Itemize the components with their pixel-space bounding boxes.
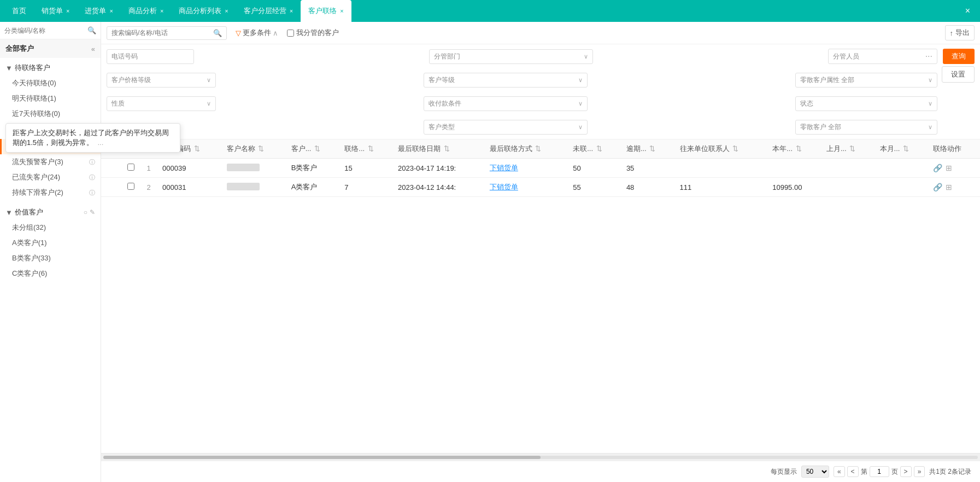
sidebar-item-type-b[interactable]: B类客户(33) xyxy=(0,251,101,266)
nav-customer-layer[interactable]: 客户分层经营 × xyxy=(236,0,301,22)
sidebar-item-ungroup[interactable]: 未分组(32) xyxy=(0,220,101,235)
row1-last-method-link[interactable]: 下销货单 xyxy=(490,164,518,172)
col-overdue[interactable]: 逾期... ⇅ xyxy=(621,140,674,159)
horizontal-scrollbar[interactable] xyxy=(101,453,980,461)
row2-last-method-link[interactable]: 下销货单 xyxy=(490,183,518,191)
sidebar-item-type-a[interactable]: A类客户(1) xyxy=(0,235,101,251)
col-last-method[interactable]: 最后联络方式 ⇅ xyxy=(484,140,567,159)
filter-scatter[interactable]: 零散客户 全部 ∨ xyxy=(795,120,937,135)
nav-sales-close[interactable]: × xyxy=(66,0,69,22)
col-name[interactable]: 客户名称 ⇅ xyxy=(221,140,286,159)
nav-customer-layer-close[interactable]: × xyxy=(290,0,293,22)
col-last-date[interactable]: 最后联络日期 ⇅ xyxy=(392,140,484,159)
row1-check[interactable] xyxy=(121,159,140,178)
sidebar-item-week7[interactable]: 近7天待联络(0) xyxy=(0,106,101,121)
filter-cust-type[interactable]: 客户类型 ∨ xyxy=(424,120,588,135)
nav-customer-contact-close[interactable]: × xyxy=(340,0,343,22)
prev-page-button[interactable]: < xyxy=(847,466,859,477)
page-prefix-label: 第 xyxy=(861,467,867,477)
filter-status[interactable]: 状态 ∨ xyxy=(795,96,937,111)
sidebar-collapse-button[interactable]: « xyxy=(91,45,95,53)
my-customers-checkbox[interactable] xyxy=(287,30,294,37)
col-contact-person[interactable]: 往来单位联系人 ⇅ xyxy=(674,140,767,159)
sidebar-item-today[interactable]: 今天待联络(0) xyxy=(0,76,101,91)
row2-checkbox[interactable] xyxy=(127,183,134,190)
first-page-button[interactable]: « xyxy=(834,466,845,477)
value-edit-icon[interactable]: ○ xyxy=(84,208,87,216)
sidebar-item-loss-warning[interactable]: 流失预警客户(3) ⓘ xyxy=(0,154,101,170)
filter-phone[interactable]: 电话号码 xyxy=(107,49,194,64)
filter-dept[interactable]: 分管部门 ∨ xyxy=(429,49,593,64)
more-filter-button[interactable]: ▽ 更多条件 ∧ xyxy=(231,26,283,40)
filter-scatter-attr[interactable]: 零散客户属性 全部 ∨ xyxy=(795,73,937,88)
person-dots-icon[interactable]: ··· xyxy=(925,51,932,61)
col-this-year[interactable]: 本年... ⇅ xyxy=(767,140,821,159)
row1-grid-icon[interactable]: ⊞ xyxy=(946,164,952,172)
sidebar-search-icon[interactable]: 🔍 xyxy=(87,26,96,34)
sidebar-item-decline[interactable]: 持续下滑客户(2) ⓘ xyxy=(0,185,101,200)
filter-payment[interactable]: 收付款条件 ∨ xyxy=(424,96,588,111)
row1-checkbox[interactable] xyxy=(127,164,134,171)
next-page-button[interactable]: > xyxy=(900,466,912,477)
page-number-input[interactable] xyxy=(870,466,889,477)
nav-customer-contact[interactable]: 客户联络 × xyxy=(301,0,351,22)
sort-code-icon[interactable]: ⇅ xyxy=(194,144,200,153)
col-no-contact[interactable]: 未联... ⇅ xyxy=(567,140,621,159)
col-this-month[interactable]: 本月... ⇅ xyxy=(875,140,928,159)
sort-nocontact-icon[interactable]: ⇅ xyxy=(596,144,602,153)
nav-home[interactable]: 首页 xyxy=(4,0,34,22)
sidebar-pending-group[interactable]: ▼ 待联络客户 xyxy=(0,60,101,76)
sort-custtype-icon[interactable]: ⇅ xyxy=(314,144,320,153)
value-settings-icon[interactable]: ✎ xyxy=(90,208,95,216)
nav-goods-analysis-close[interactable]: × xyxy=(160,0,163,22)
row1-link-icon[interactable]: 🔗 xyxy=(933,164,942,172)
filter-price-level[interactable]: 客户价格等级 ∨ xyxy=(107,73,216,88)
sidebar-item-tomorrow[interactable]: 明天待联络(1) xyxy=(0,91,101,106)
search-input[interactable] xyxy=(112,29,211,37)
sidebar-value-group[interactable]: ▼ 价值客户 ○ ✎ xyxy=(0,205,101,220)
row2-link-icon[interactable]: 🔗 xyxy=(933,183,942,191)
nav-purchase[interactable]: 进货单 × xyxy=(77,0,120,22)
nav-sales[interactable]: 销货单 × xyxy=(34,0,77,22)
filter-person[interactable]: 分管人员 ··· xyxy=(828,49,937,64)
sort-contact-icon[interactable]: ⇅ xyxy=(368,144,374,153)
row2-last-method[interactable]: 下销货单 xyxy=(484,178,567,197)
filter-row-2: 客户价格等级 ∨ 客户等级 ∨ 零散客户属性 全部 ∨ xyxy=(107,73,937,88)
last-page-button[interactable]: » xyxy=(914,466,925,477)
sort-thisyear-icon[interactable]: ⇅ xyxy=(796,144,802,153)
col-last-month[interactable]: 上月... ⇅ xyxy=(821,140,875,159)
sort-lastdate-icon[interactable]: ⇅ xyxy=(444,144,450,153)
query-button[interactable]: 查询 xyxy=(943,49,975,64)
sidebar-item-type-c[interactable]: C类客户(6) xyxy=(0,266,101,281)
nav-purchase-close[interactable]: × xyxy=(109,0,113,22)
row1-last-method[interactable]: 下销货单 xyxy=(484,159,567,178)
sidebar-search-input[interactable] xyxy=(4,27,87,34)
row2-grid-icon[interactable]: ⊞ xyxy=(946,183,952,191)
col-cust-type[interactable]: 客户... ⇅ xyxy=(286,140,339,159)
sort-overdue-icon[interactable]: ⇅ xyxy=(649,144,655,153)
window-close-button[interactable]: × xyxy=(960,6,976,16)
scrollbar-thumb[interactable] xyxy=(103,456,541,459)
sidebar-item-lost[interactable]: 已流失客户(24) ⓘ xyxy=(0,170,101,185)
sort-lastmethod-icon[interactable]: ⇅ xyxy=(535,144,541,153)
per-page-select[interactable]: 50 100 200 xyxy=(801,466,829,478)
sort-thismonth-icon[interactable]: ⇅ xyxy=(903,144,909,153)
setting-button[interactable]: 设置 xyxy=(942,66,975,83)
decline-info-icon[interactable]: ⓘ xyxy=(89,189,95,197)
lost-info-icon[interactable]: ⓘ xyxy=(89,173,95,182)
sort-name-icon[interactable]: ⇅ xyxy=(258,144,264,153)
tooltip-more-icon[interactable]: ... xyxy=(97,138,103,147)
col-contact-count[interactable]: 联络... ⇅ xyxy=(339,140,392,159)
sort-lastmonth-icon[interactable]: ⇅ xyxy=(849,144,855,153)
search-icon-button[interactable]: 🔍 xyxy=(213,29,222,37)
scrollbar-track[interactable] xyxy=(103,456,978,459)
nav-goods-list-close[interactable]: × xyxy=(225,0,228,22)
nav-goods-list[interactable]: 商品分析列表 × xyxy=(171,0,236,22)
nav-goods-analysis[interactable]: 商品分析 × xyxy=(121,0,171,22)
sort-contactperson-icon[interactable]: ⇅ xyxy=(732,144,738,153)
export-button[interactable]: ↑ 导出 xyxy=(945,25,975,40)
loss-warning-info-icon[interactable]: ⓘ xyxy=(89,158,95,166)
row2-check[interactable] xyxy=(121,178,140,197)
filter-cust-level[interactable]: 客户等级 ∨ xyxy=(424,73,588,88)
filter-nature[interactable]: 性质 ∨ xyxy=(107,96,216,111)
